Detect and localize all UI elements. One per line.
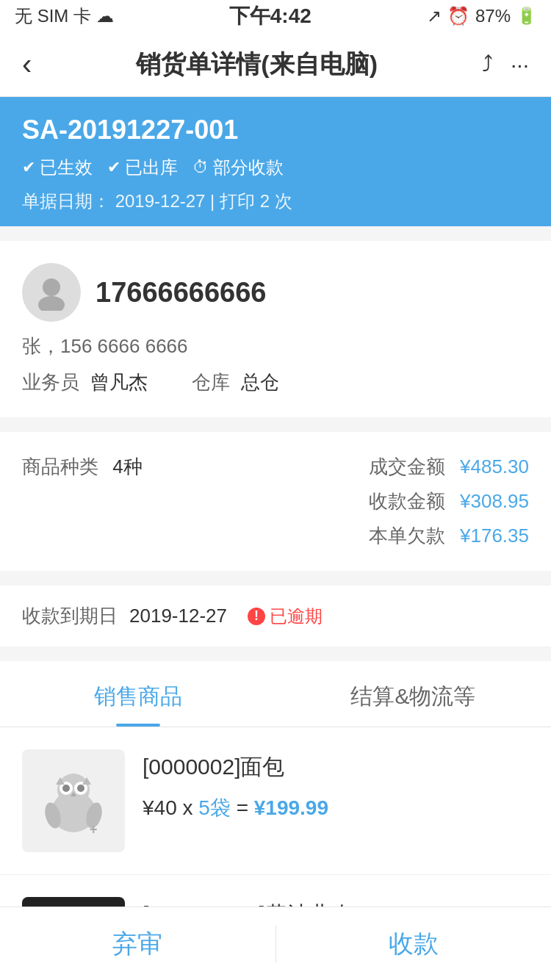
date-label: 单据日期：	[22, 191, 110, 211]
category-label: 商品种类	[22, 455, 98, 478]
salesperson-label: 业务员	[22, 371, 79, 393]
product-unit-price-1: ¥40	[143, 796, 177, 819]
location-icon: ↗	[427, 6, 442, 26]
print-label: 打印	[220, 191, 255, 211]
more-button[interactable]: ···	[511, 52, 529, 77]
back-button[interactable]: ‹	[22, 48, 32, 81]
separator: |	[210, 191, 220, 211]
tabs-section: 销售商品 结算&物流等	[0, 661, 551, 727]
svg-point-6	[62, 785, 70, 792]
warehouse-field: 仓库 总仓	[192, 370, 279, 395]
owing-row: 本单欠款 ¥176.35	[369, 523, 529, 549]
product-total-1: ¥199.99	[254, 796, 328, 819]
customer-meta: 业务员 曾凡杰 仓库 总仓	[22, 370, 529, 395]
svg-text:+: +	[90, 822, 98, 837]
warehouse-name: 总仓	[241, 371, 279, 393]
alarm-icon: ⏰	[447, 6, 469, 26]
bottom-bar: 弃审 收款	[0, 907, 551, 980]
order-date: 2019-12-27	[115, 191, 206, 211]
product-name-1: [0000002]面包	[143, 752, 529, 782]
header-banner: SA-20191227-001 ✔ 已生效 ✔ 已出库 ⏱ 部分收款 单据日期：…	[0, 97, 551, 226]
overdue-icon: !	[248, 608, 265, 625]
customer-main-row: 17666666666	[22, 263, 529, 322]
overdue-text: 已逾期	[270, 605, 323, 628]
battery-status: 87%	[475, 6, 511, 26]
amount-label: 成交金额	[369, 454, 445, 480]
badge-partial-payment: ⏱ 部分收款	[192, 156, 284, 179]
order-date-row: 单据日期： 2019-12-27 | 打印 2 次	[22, 190, 529, 213]
salesperson-name: 曾凡杰	[90, 371, 148, 393]
due-label: 收款到期日	[22, 603, 118, 629]
received-row: 收款金额 ¥308.95	[369, 489, 529, 514]
tab-sales-label: 销售商品	[94, 684, 182, 708]
salesperson-field: 业务员 曾凡杰	[22, 370, 148, 395]
nav-actions: ⤴ ···	[482, 52, 529, 77]
customer-contact: 张，156 6666 6666	[22, 334, 529, 359]
received-value: ¥308.95	[460, 490, 529, 513]
stats-row: 商品种类 4种 成交金额 ¥485.30 收款金额 ¥308.95 本单欠款 ¥…	[22, 454, 529, 549]
print-count: 2	[260, 191, 270, 211]
product-info-1: [0000002]面包 ¥40 x 5袋 = ¥199.99	[143, 749, 529, 822]
check-icon-2: ✔	[107, 158, 120, 177]
product-thumb-1: +	[22, 749, 125, 852]
owing-value: ¥176.35	[460, 525, 529, 547]
stats-right: 成交金额 ¥485.30 收款金额 ¥308.95 本单欠款 ¥176.35	[369, 454, 529, 549]
product-price-1: ¥40 x 5袋 = ¥199.99	[143, 794, 529, 822]
product-qty-1: 5袋	[198, 796, 231, 819]
header-badges: ✔ 已生效 ✔ 已出库 ⏱ 部分收款	[22, 156, 529, 179]
svg-point-1	[38, 296, 65, 311]
svg-point-7	[77, 785, 84, 792]
tab-settlement-label: 结算&物流等	[350, 684, 475, 708]
overdue-badge: ! 已逾期	[248, 605, 323, 628]
status-right: ↗ ⏰ 87% 🔋	[427, 6, 536, 26]
collect-payment-button[interactable]: 收款	[276, 912, 552, 976]
status-time: 下午4:42	[229, 2, 311, 30]
tab-sales-products[interactable]: 销售商品	[0, 661, 276, 727]
due-date: 2019-12-27	[129, 605, 227, 627]
badge-effective: ✔ 已生效	[22, 156, 93, 179]
due-section: 收款到期日 2019-12-27 ! 已逾期	[0, 586, 551, 646]
warehouse-label: 仓库	[192, 371, 230, 393]
badge-shipped: ✔ 已出库	[107, 156, 178, 179]
order-id: SA-20191227-001	[22, 115, 529, 145]
clock-icon: ⏱	[192, 158, 209, 177]
category-item: 商品种类 4种	[22, 454, 143, 480]
check-icon-1: ✔	[22, 158, 35, 177]
tab-settlement[interactable]: 结算&物流等	[276, 661, 551, 727]
page-title: 销货单详情(来自电脑)	[136, 48, 378, 82]
product-item-1[interactable]: + [0000002]面包 ¥40 x 5袋 = ¥199.99	[0, 727, 551, 875]
customer-phone: 17666666666	[96, 277, 266, 309]
share-button[interactable]: ⤴	[482, 52, 493, 77]
print-suffix: 次	[275, 191, 292, 211]
tabs-row: 销售商品 结算&物流等	[0, 661, 551, 727]
amount-value: ¥485.30	[460, 455, 529, 478]
battery-icon: 🔋	[516, 7, 536, 26]
status-bar: 无 SIM 卡 ☁ 下午4:42 ↗ ⏰ 87% 🔋	[0, 0, 551, 32]
avatar	[22, 263, 81, 322]
nav-bar: ‹ 销货单详情(来自电脑) ⤴ ···	[0, 32, 551, 97]
stats-left: 商品种类 4种	[22, 454, 143, 480]
amount-row: 成交金额 ¥485.30	[369, 454, 529, 480]
category-value: 4种	[112, 455, 142, 478]
owing-label: 本单欠款	[369, 523, 445, 549]
sim-status: 无 SIM 卡 ☁	[15, 4, 114, 28]
status-left: 无 SIM 卡 ☁	[15, 4, 114, 28]
cancel-audit-button[interactable]: 弃审	[0, 912, 276, 976]
received-label: 收款金额	[369, 489, 445, 514]
stats-section: 商品种类 4种 成交金额 ¥485.30 收款金额 ¥308.95 本单欠款 ¥…	[0, 432, 551, 571]
customer-section: 17666666666 张，156 6666 6666 业务员 曾凡杰 仓库 总…	[0, 241, 551, 417]
svg-point-0	[43, 278, 60, 296]
